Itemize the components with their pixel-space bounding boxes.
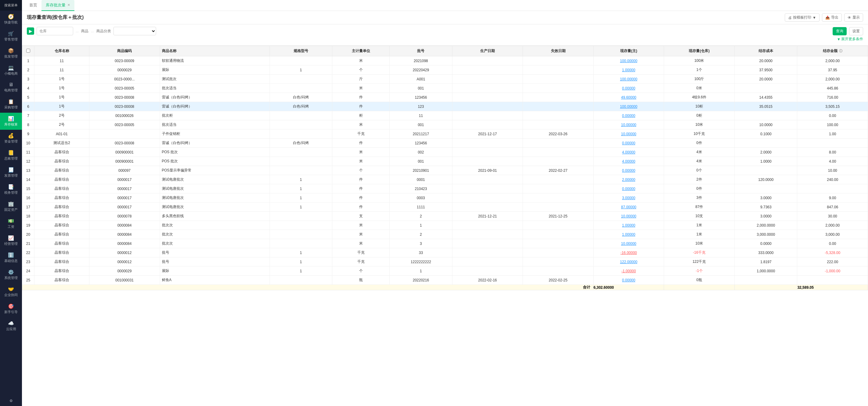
cell-qty-main[interactable]: 4.00000 (593, 148, 664, 157)
sidebar-item-cloud[interactable]: ☁️ 云应用 (0, 317, 22, 334)
cell-produce-date: 2022-02-16 (452, 276, 523, 285)
cell-qty-main[interactable]: 0.00000 (593, 276, 664, 285)
cell-qty-main[interactable]: 100.00000 (593, 75, 664, 84)
cell-qty-main[interactable]: -1.00000 (593, 267, 664, 276)
expand-conditions-btn[interactable]: ▼ 展开更多条件 (837, 37, 863, 42)
sidebar-item-general-ledger[interactable]: 📒 总账管理 (0, 147, 22, 164)
sidebar-item-salary[interactable]: 💵 工资 (0, 215, 22, 232)
settings-btn[interactable]: 设置 (849, 27, 863, 35)
cell-qty-main[interactable]: 10.00000 (593, 120, 664, 130)
cell-index: 4 (22, 84, 34, 93)
cell-name: POS显示率偏异常 (160, 166, 270, 175)
cell-qty-main[interactable]: 100.00000 (593, 102, 664, 111)
sidebar-settings[interactable]: ⚙ (0, 396, 22, 406)
sidebar-item-ecom[interactable]: 🖥 电商管理 (0, 79, 22, 96)
filter-area: ▶ ... 商品 ... 商品分类 查询 设置 ▼ 展开更多条件 (22, 24, 868, 46)
cell-qty-main[interactable]: 10.00000 (593, 239, 664, 248)
cell-cost: 35.0515 (735, 102, 797, 111)
display-btn[interactable]: 👁 显示 (844, 13, 863, 22)
cell-qty-main[interactable]: 49.60000 (593, 93, 664, 102)
tab-home[interactable]: 首页 (25, 0, 41, 11)
sidebar-item-nav[interactable]: 🧭 快捷导航 (0, 11, 22, 28)
cell-qty-main[interactable]: 1.00000 (593, 66, 664, 75)
cell-code: 0023-00008 (89, 93, 160, 102)
cell-qty-main[interactable]: 0.00000 (593, 139, 664, 148)
sidebar-item-collab[interactable]: 🤝 企业协同 (0, 283, 22, 300)
cell-spec (270, 130, 332, 139)
cell-expire-date: 2022-02-27 (523, 166, 593, 175)
cell-name: 测试电唐批次 (160, 184, 270, 194)
cell-code: 0000084 (89, 239, 160, 248)
export-btn[interactable]: 📤 导出 (822, 13, 842, 22)
print-btn[interactable]: 🖨 按模板打印 ▼ (785, 13, 819, 22)
cell-spec (270, 120, 332, 130)
cell-expire-date (523, 248, 593, 257)
sidebar-search[interactable]: 搜索菜单 (0, 0, 22, 11)
cell-qty-main[interactable]: 87.00000 (593, 203, 664, 212)
tab-inventory-batch[interactable]: 库存批次量 ✕ (41, 0, 74, 11)
cell-qty-main[interactable]: 0.00000 (593, 84, 664, 93)
sidebar-item-fixed-assets[interactable]: 🏢 固定资产 (0, 198, 22, 215)
product-label: 商品 (81, 29, 88, 34)
cell-qty-main[interactable]: -16.00000 (593, 248, 664, 257)
tab-bar: 首页 库存批次量 ✕ (22, 0, 868, 11)
query-btn[interactable]: 查询 (833, 27, 847, 35)
cell-warehouse: 11 (34, 66, 89, 75)
cell-index: 11 (22, 148, 34, 157)
table-row: 25 晶客综合 001000031 鲜鱼A 瓶 20220216 2022-02… (22, 276, 868, 285)
cell-qty-main[interactable]: 10.00000 (593, 212, 664, 221)
sidebar-item-operations[interactable]: 📈 经营管理 (0, 232, 22, 249)
sidebar-item-invoice[interactable]: 🧾 发票管理 (0, 164, 22, 181)
warehouse-filter[interactable] (37, 27, 73, 35)
cell-qty-main[interactable]: 3.00000 (593, 194, 664, 203)
cell-warehouse: 2号 (34, 120, 89, 130)
cell-amount: 222.00 (797, 257, 868, 267)
cell-name: 批次适当 (160, 84, 270, 93)
cell-qty-main[interactable]: 0.00000 (593, 166, 664, 175)
tab-close-icon[interactable]: ✕ (67, 3, 70, 7)
cell-batch: 20220216 (390, 276, 453, 285)
cell-batch: 2 (390, 230, 453, 239)
sidebar-item-system[interactable]: ⚙️ 系统管理 (0, 266, 22, 283)
cell-amount: 2,000.00 (797, 75, 868, 84)
cell-amount: 445.86 (797, 84, 868, 93)
cell-spec (270, 166, 332, 175)
cell-expire-date (523, 66, 593, 75)
cell-spec (270, 230, 332, 239)
sidebar-item-finance[interactable]: 💰 资金管理 (0, 130, 22, 147)
sidebar-item-inventory[interactable]: 📊 库存核算 (0, 113, 22, 130)
sidebar-item-small-ecom[interactable]: 💻 小概电商 (0, 62, 22, 79)
cell-qty-main[interactable]: 2.00000 (593, 175, 664, 184)
cell-qty-main[interactable]: 0.00000 (593, 111, 664, 120)
cell-qty-aux: 10柜 (664, 102, 735, 111)
filter-expand-btn[interactable]: ▶ (27, 27, 34, 35)
cell-warehouse: 晶客综合 (34, 166, 89, 175)
cell-cost: 2,000.0000 (735, 221, 797, 230)
cell-spec: 1 (270, 194, 332, 203)
sidebar-item-guide[interactable]: 🎯 新手引导 (0, 300, 22, 317)
category-select[interactable] (114, 27, 156, 35)
cell-unit: 件 (332, 203, 390, 212)
cell-unit: 件 (332, 93, 390, 102)
col-header-code: 商品编码 (89, 46, 160, 56)
cell-qty-main[interactable]: 4.00000 (593, 157, 664, 166)
cell-qty-main[interactable]: 1.00000 (593, 221, 664, 230)
sidebar-item-wholesale[interactable]: 📦 批发管理 (0, 45, 22, 62)
cell-spec: 1 (270, 257, 332, 267)
sidebar-item-basic-info[interactable]: ℹ️ 基础信息 (0, 249, 22, 266)
sidebar-item-purchase[interactable]: 📋 采购管理 (0, 96, 22, 113)
sidebar-item-tax[interactable]: 📑 税务管理 (0, 181, 22, 198)
cell-qty-main[interactable]: 122.00000 (593, 257, 664, 267)
table-header-row: 仓库名称 商品编码 商品名称 规格型号 主计量单位 批号 生产日期 失效日期 现… (22, 46, 868, 56)
sidebar-item-retail[interactable]: 🛒 零售管理 (0, 28, 22, 45)
amount-info-icon[interactable]: ⓘ (839, 49, 842, 53)
cell-name: 批号 (160, 248, 270, 257)
cell-qty-main[interactable]: 0.00000 (593, 184, 664, 194)
table-row: 10 测试适当2 0023-00008 雷诚（白色/闷烤） 白色/闷烤 件 12… (22, 139, 868, 148)
select-all-checkbox[interactable] (26, 49, 30, 53)
cell-qty-main[interactable]: 100.00000 (593, 56, 664, 66)
cell-spec (270, 212, 332, 221)
cell-batch: 001 (390, 120, 453, 130)
cell-qty-main[interactable]: 1.00000 (593, 230, 664, 239)
cell-qty-main[interactable]: 10.00000 (593, 130, 664, 139)
